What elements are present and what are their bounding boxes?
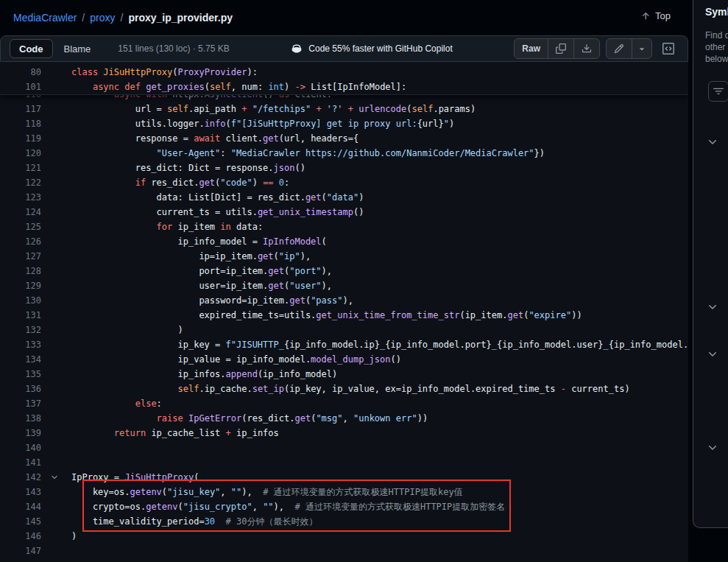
code-line-118: 118 utils.logger.info(f"[JiSuHttpProxy] … bbox=[0, 116, 688, 131]
fold-slot bbox=[41, 367, 71, 382]
breadcrumb-folder-link[interactable]: proxy bbox=[90, 12, 115, 24]
line-number[interactable]: 101 bbox=[0, 80, 41, 94]
breadcrumb: MediaCrawler / proxy / proxy_ip_provider… bbox=[0, 0, 688, 35]
code-line-101: 101 async def get_proxies(self, num: int… bbox=[0, 80, 688, 94]
line-number[interactable]: 145 bbox=[0, 514, 41, 529]
line-number[interactable]: 121 bbox=[0, 161, 41, 175]
code-text: password=ip_item.get("pass"), bbox=[71, 293, 353, 308]
symbol-group-chevron[interactable] bbox=[707, 348, 718, 360]
breadcrumb-repo-link[interactable]: MediaCrawler bbox=[13, 12, 77, 24]
raw-copy-download-group: Raw bbox=[514, 38, 600, 59]
code-text: response = await client.get(url, headers… bbox=[71, 131, 358, 146]
line-number[interactable]: 131 bbox=[0, 308, 41, 323]
line-number[interactable]: 126 bbox=[0, 234, 41, 249]
line-number[interactable]: 132 bbox=[0, 323, 41, 337]
edit-button-group bbox=[606, 38, 652, 59]
line-number[interactable]: 125 bbox=[0, 219, 41, 234]
code-text: async def get_proxies(self, num: int) ->… bbox=[71, 80, 406, 94]
fold-slot bbox=[41, 529, 71, 544]
code-line-143: 143 key=os.getenv("jisu_key", ""), # 通过环… bbox=[0, 485, 688, 499]
code-text: current_ts = utils.get_unix_timestamp() bbox=[71, 205, 364, 219]
code-line-127: 127 ip=ip_item.get("ip"), bbox=[0, 249, 688, 264]
code-text: url = self.api_path + "/fetchips" + '?' … bbox=[71, 102, 476, 116]
tab-code[interactable]: Code bbox=[10, 39, 53, 58]
line-number[interactable]: 127 bbox=[0, 249, 41, 264]
symbols-description-line: Find definitions and references for func… bbox=[705, 29, 728, 41]
line-number[interactable]: 128 bbox=[0, 264, 41, 278]
code-line-129: 129 user=ip_item.get("user"), bbox=[0, 278, 688, 293]
line-number[interactable]: 135 bbox=[0, 367, 41, 382]
fold-slot bbox=[41, 80, 71, 94]
code-text: utils.logger.info(f"[JiSuHttpProxy] get … bbox=[71, 116, 454, 131]
code-text: time_validity_period=30 # 30分钟（最长时效） bbox=[71, 514, 317, 529]
line-number[interactable]: 138 bbox=[0, 411, 41, 426]
line-number[interactable]: 124 bbox=[0, 205, 41, 219]
line-number[interactable]: 141 bbox=[0, 455, 41, 470]
chevron-down-icon bbox=[707, 348, 718, 360]
scroll-to-top-button[interactable]: Top bbox=[635, 7, 676, 24]
code-text: else: bbox=[71, 396, 162, 411]
code-line-136: 136 self.ip_cache.set_ip(ip_key, ip_valu… bbox=[0, 382, 688, 396]
fold-slot bbox=[41, 65, 71, 80]
code-line-146: 146) bbox=[0, 529, 688, 544]
symbols-panel-title: Symbols bbox=[705, 6, 728, 18]
line-number[interactable]: 119 bbox=[0, 131, 41, 146]
code-line-134: 134 ip_value = ip_info_model.model_dump_… bbox=[0, 352, 688, 367]
tab-blame[interactable]: Blame bbox=[54, 39, 101, 58]
fold-slot bbox=[41, 308, 71, 323]
code-text: crypto=os.getenv("jisu_crypto", ""), # 通… bbox=[71, 499, 505, 514]
line-number[interactable]: 134 bbox=[0, 352, 41, 367]
line-number[interactable]: 146 bbox=[0, 529, 41, 544]
symbol-group-chevron[interactable] bbox=[707, 136, 718, 148]
line-number[interactable]: 137 bbox=[0, 396, 41, 411]
line-number[interactable]: 80 bbox=[0, 65, 41, 80]
fold-slot bbox=[41, 190, 71, 205]
edit-dropdown-button[interactable] bbox=[632, 39, 651, 58]
symbol-group-chevron[interactable] bbox=[707, 442, 718, 454]
copy-button[interactable] bbox=[548, 39, 574, 58]
line-number[interactable]: 120 bbox=[0, 146, 41, 161]
fold-chevron-icon[interactable] bbox=[41, 470, 71, 485]
code-line-122: 122 if res_dict.get("code") == 0: bbox=[0, 175, 688, 190]
line-number[interactable]: 139 bbox=[0, 426, 41, 440]
symbols-filter-button[interactable] bbox=[708, 81, 728, 102]
code-text: ip_info_model = IpInfoModel( bbox=[71, 234, 327, 249]
line-number[interactable]: 118 bbox=[0, 116, 41, 131]
code-square-icon bbox=[662, 43, 674, 55]
copilot-banner[interactable]: Code 55% faster with GitHub Copilot bbox=[291, 43, 452, 55]
symbols-panel: Symbols Find definitions and references … bbox=[693, 0, 728, 528]
code-text: class JiSuHttpProxy(ProxyProvider): bbox=[71, 65, 258, 80]
code-text: "User-Agent": "MediaCrawler https://gith… bbox=[71, 146, 545, 161]
fold-slot bbox=[41, 234, 71, 249]
code-text: return ip_cache_list + ip_infos bbox=[71, 426, 279, 440]
code-line-144: 144 crypto=os.getenv("jisu_crypto", ""),… bbox=[0, 499, 688, 514]
line-number[interactable]: 143 bbox=[0, 485, 41, 499]
symbols-panel-toggle-button[interactable] bbox=[658, 38, 679, 59]
code-line-120: 120 "User-Agent": "MediaCrawler https://… bbox=[0, 146, 688, 161]
edit-button[interactable] bbox=[607, 39, 632, 58]
symbols-description-line: other symbols in this file by clicking a… bbox=[705, 41, 728, 53]
line-number[interactable]: 117 bbox=[0, 102, 41, 116]
code-text: raise IpGetError(res_dict.get("msg", "un… bbox=[71, 411, 428, 426]
code-line-117: 117 url = self.api_path + "/fetchips" + … bbox=[0, 102, 688, 116]
line-number[interactable]: 130 bbox=[0, 293, 41, 308]
download-button[interactable] bbox=[574, 39, 599, 58]
chevron-down-icon bbox=[707, 301, 718, 313]
line-number[interactable]: 144 bbox=[0, 499, 41, 514]
line-number[interactable]: 136 bbox=[0, 382, 41, 396]
code-line-139: 139 return ip_cache_list + ip_infos bbox=[0, 426, 688, 440]
line-number[interactable]: 122 bbox=[0, 175, 41, 190]
line-number[interactable]: 133 bbox=[0, 337, 41, 352]
symbol-group-chevron[interactable] bbox=[707, 301, 718, 313]
line-number[interactable]: 123 bbox=[0, 190, 41, 205]
line-number[interactable]: 147 bbox=[0, 544, 41, 558]
fold-slot bbox=[41, 146, 71, 161]
fold-slot bbox=[41, 396, 71, 411]
file-meta-info: 151 lines (130 loc) · 5.75 KB bbox=[118, 43, 229, 54]
line-number[interactable]: 140 bbox=[0, 440, 41, 455]
raw-button[interactable]: Raw bbox=[515, 39, 548, 58]
line-number[interactable]: 142 bbox=[0, 470, 41, 485]
fold-slot bbox=[41, 278, 71, 293]
line-number[interactable]: 129 bbox=[0, 278, 41, 293]
code-line-123: 123 data: List[Dict] = res_dict.get("dat… bbox=[0, 190, 688, 205]
